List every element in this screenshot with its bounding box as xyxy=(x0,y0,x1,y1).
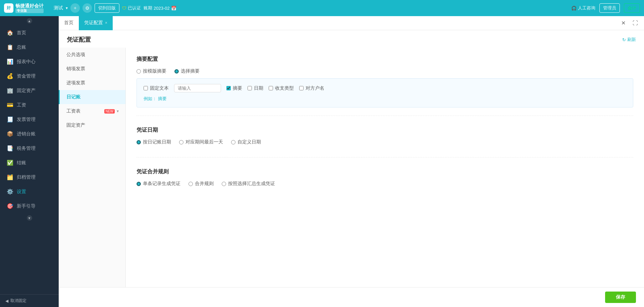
ledger-icon: 📋 xyxy=(7,44,13,50)
left-nav-purchase-invoice-label: 进项发票 xyxy=(66,80,85,86)
custom-date-option[interactable]: 自定义日期 xyxy=(231,139,261,145)
refresh-button[interactable]: ↻ 刷新 xyxy=(622,37,636,43)
by-select-option[interactable]: 按照选择汇总生成凭证 xyxy=(222,181,275,187)
tab-home[interactable]: 首页 xyxy=(59,16,79,30)
sidebar-item-salary[interactable]: 💳 工资 xyxy=(0,98,59,112)
sidebar-label-closing: 结账 xyxy=(17,160,26,166)
left-nav-sales-invoice[interactable]: 销项发票 xyxy=(59,62,125,76)
fixed-text-checkbox-group[interactable]: 固定文本 xyxy=(144,85,169,91)
assets-icon: 🏢 xyxy=(7,87,13,94)
cashtype-checkbox[interactable] xyxy=(269,86,273,90)
summary-section: 摘要配置 按模版摘要 选择摘要 xyxy=(137,56,633,116)
sidebar-item-settings[interactable]: ⚙️ 设置 xyxy=(0,184,59,199)
settings-button[interactable]: ⚙ xyxy=(83,3,92,13)
left-nav-journal-label: 日记账 xyxy=(66,94,80,100)
summary-checkbox-group[interactable]: 摘要 xyxy=(226,85,242,91)
sidebar-label-settings: 设置 xyxy=(17,189,26,195)
sidebar-item-tax[interactable]: 📑 税务管理 xyxy=(0,141,59,156)
last-day-radio[interactable] xyxy=(179,140,183,144)
settings-icon: ⚙️ xyxy=(7,188,13,195)
by-select-radio[interactable] xyxy=(222,182,226,186)
accountant-button[interactable]: 会计 xyxy=(624,3,640,13)
sidebar-label-purchase: 进销台账 xyxy=(17,131,36,137)
fixed-text-input[interactable] xyxy=(174,84,221,92)
inner-layout: 公共选项 销项发票 进项发票 日记账 工资表 NEW xyxy=(59,48,644,287)
cashtype-checkbox-group[interactable]: 收支类型 xyxy=(269,85,294,91)
left-nav-sales-invoice-label: 销项发票 xyxy=(66,66,85,72)
close-tab-button[interactable]: ✕ xyxy=(619,18,628,28)
cancel-fixed-button[interactable]: ◀ 取消固定 xyxy=(0,294,59,307)
sidebar-item-guide[interactable]: 🎯 新手引导 xyxy=(0,199,59,213)
last-day-label: 对应期间最后一天 xyxy=(185,139,223,145)
fixed-text-label: 固定文本 xyxy=(150,85,169,91)
date-checkbox[interactable] xyxy=(248,86,252,90)
sidebar-item-ledger[interactable]: 📋 总账 xyxy=(0,40,59,54)
single-record-radio[interactable] xyxy=(137,182,141,186)
counterpart-checkbox-group[interactable]: 对方户名 xyxy=(299,85,324,91)
sidebar-scroll-up[interactable]: ▲ xyxy=(0,16,59,26)
merge-rule-radio[interactable] xyxy=(189,182,193,186)
scroll-up-arrow[interactable]: ▲ xyxy=(27,18,32,24)
summary-select-option[interactable]: 选择摘要 xyxy=(174,68,200,74)
tab-actions: ✕ ⛶ xyxy=(619,18,644,28)
custom-date-radio[interactable] xyxy=(231,140,235,144)
left-nav-purchase-invoice[interactable]: 进项发票 xyxy=(59,76,125,90)
tab-close-icon[interactable]: × xyxy=(105,20,107,25)
summary-template-option[interactable]: 按模版摘要 xyxy=(137,68,166,74)
left-nav-public[interactable]: 公共选项 xyxy=(59,48,125,62)
left-nav-journal[interactable]: 日记账 xyxy=(59,90,125,104)
tab-voucher-config[interactable]: 凭证配置 × xyxy=(79,16,113,30)
sidebar-item-closing[interactable]: ✅ 结账 xyxy=(0,156,59,170)
expand-tab-button[interactable]: ⛶ xyxy=(631,18,640,28)
add-button[interactable]: ＋ xyxy=(70,3,80,13)
tab-voucher-config-label: 凭证配置 xyxy=(84,20,103,26)
sidebar-label-ledger: 总账 xyxy=(17,44,26,50)
admin-button[interactable]: 管理员 xyxy=(599,3,620,13)
calendar-icon[interactable]: 📅 xyxy=(171,6,176,11)
cancel-fixed-label: 取消固定 xyxy=(10,298,26,304)
summary-checkbox-label: 摘要 xyxy=(233,85,242,91)
summary-checkbox[interactable] xyxy=(226,86,231,90)
sidebar-label-invoice: 发票管理 xyxy=(17,117,36,123)
by-date-option[interactable]: 按日记账日期 xyxy=(137,139,171,145)
content-area: 首页 凭证配置 × ✕ ⛶ 凭证配置 ↻ 刷新 xyxy=(59,16,644,307)
sidebar-label-tax: 税务管理 xyxy=(17,145,36,151)
sidebar-item-assets[interactable]: 🏢 固定资产 xyxy=(0,83,59,98)
service-button[interactable]: 🎧 人工咨询 xyxy=(571,5,595,11)
sidebar-item-home[interactable]: 🏠 首页 xyxy=(0,26,59,40)
summary-template-label: 按模版摘要 xyxy=(143,68,166,74)
scroll-down-arrow[interactable]: ▼ xyxy=(27,215,32,221)
by-select-label: 按照选择汇总生成凭证 xyxy=(228,181,275,187)
sidebar-scroll-down[interactable]: ▼ xyxy=(0,213,59,223)
counterpart-checkbox[interactable] xyxy=(299,86,304,90)
merge-rule-option[interactable]: 合并规则 xyxy=(189,181,214,187)
save-button[interactable]: 保存 xyxy=(605,292,636,303)
summary-select-radio[interactable] xyxy=(174,69,179,74)
by-date-radio[interactable] xyxy=(137,140,141,144)
sidebar-item-archive[interactable]: 🗂️ 归档管理 xyxy=(0,170,59,184)
period-value: 2023-02 xyxy=(154,6,170,11)
logo-icon: 好 xyxy=(4,3,13,13)
sidebar-item-reports[interactable]: 📊 报表中心 xyxy=(0,54,59,69)
sidebar-item-invoice[interactable]: 🧾 发票管理 xyxy=(0,112,59,127)
summary-template-radio[interactable] xyxy=(137,69,141,74)
right-content: 摘要配置 按模版摘要 选择摘要 xyxy=(126,48,644,287)
sidebar-item-purchase[interactable]: 📦 进销台账 xyxy=(0,127,59,141)
last-day-option[interactable]: 对应期间最后一天 xyxy=(179,139,223,145)
switch-version-button[interactable]: 切到旧版 xyxy=(95,3,119,13)
sidebar-item-capital[interactable]: 💰 资金管理 xyxy=(0,69,59,83)
summary-box-row: 固定文本 摘要 日期 xyxy=(144,84,626,92)
by-date-label: 按日记账日期 xyxy=(143,139,171,145)
date-checkbox-label: 日期 xyxy=(254,85,263,91)
left-nav: 公共选项 销项发票 进项发票 日记账 工资表 NEW xyxy=(59,48,126,287)
left-nav-payroll[interactable]: 工资表 NEW ▾ xyxy=(59,104,125,118)
page-content: 凭证配置 ↻ 刷新 公共选项 销项发票 进项发票 xyxy=(59,30,644,307)
fixed-text-checkbox[interactable] xyxy=(144,86,148,90)
date-checkbox-group[interactable]: 日期 xyxy=(248,85,263,91)
page-header: 凭证配置 ↻ 刷新 xyxy=(59,30,644,48)
merge-section-title: 凭证合并规则 xyxy=(137,168,633,175)
company-dropdown-arrow[interactable]: ▾ xyxy=(66,6,68,10)
left-nav-fixed-assets[interactable]: 固定资产 xyxy=(59,118,125,132)
single-record-option[interactable]: 单条记录生成凭证 xyxy=(137,181,180,187)
logo-sub: 专业版 xyxy=(15,8,44,13)
